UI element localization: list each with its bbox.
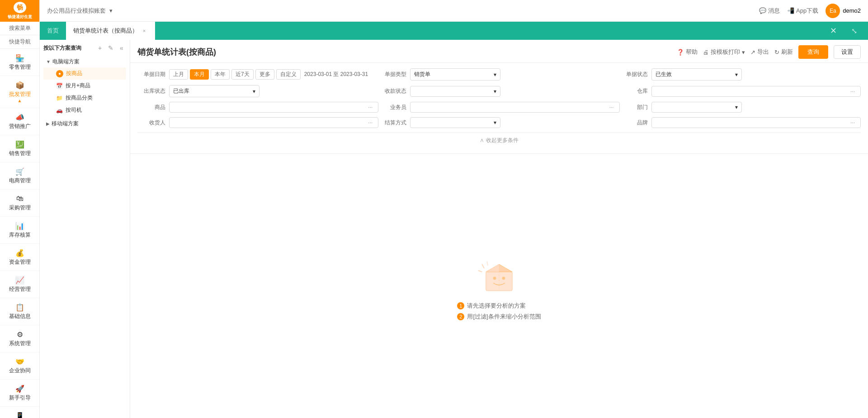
tree-child-by-category[interactable]: 📁 按商品分类 xyxy=(43,92,126,104)
header-dropdown-icon[interactable]: ▾ xyxy=(109,7,113,14)
message-button[interactable]: 💬 消息 xyxy=(759,7,780,15)
staff-input[interactable]: ··· xyxy=(410,102,619,113)
header-breadcrumb: 办公用品行业模拟账套 xyxy=(47,7,106,15)
sidebar-item-label: 企业协同 xyxy=(9,367,31,375)
doc-type-control: 销货单 ▾ xyxy=(410,68,619,81)
sidebar-item-basic[interactable]: 📋 基础信息 xyxy=(0,298,39,325)
filter-area: 单据日期 上月 本月 本年 近7天 更多 自定义 2023-03-01 至 20… xyxy=(130,63,868,154)
receiver-input[interactable]: ··· xyxy=(169,117,378,128)
staff-control: ··· xyxy=(410,102,619,113)
message-icon: 💬 xyxy=(759,7,766,14)
tree-child-by-month-product[interactable]: 📅 按月+商品 xyxy=(43,80,126,92)
tree-child-by-product[interactable]: ● 按商品 xyxy=(43,67,126,80)
tab-close-all-button[interactable]: ✕ xyxy=(825,26,842,36)
help-button[interactable]: ❓ 帮助 xyxy=(677,48,698,56)
tree-arrow-icon: ▼ xyxy=(46,59,51,64)
sidebar-item-purchase[interactable]: 🛍 采购管理 xyxy=(0,190,39,217)
warehouse-dots-button[interactable]: ··· xyxy=(849,88,857,95)
receipt-status-select[interactable]: ▾ xyxy=(410,86,500,97)
doc-status-dropdown-icon: ▾ xyxy=(735,71,738,78)
sidebar-item-marketing[interactable]: 📣 营销推广 xyxy=(0,108,39,135)
by-month-icon: 📅 xyxy=(56,83,63,89)
finance-icon: 💰 xyxy=(15,248,24,257)
sidebar-item-enterprise[interactable]: 🤝 企业协同 xyxy=(0,352,39,380)
filter-row-4: 收货人 ··· 结算方式 ▾ 品牌 xyxy=(137,117,861,128)
sidebar-item-label: 库存核算 xyxy=(9,231,31,239)
tree-desktop-parent[interactable]: ▼ 电脑端方案 xyxy=(43,56,126,67)
sidebar-item-newbie[interactable]: 🚀 新手引导 xyxy=(0,380,39,407)
sidebar-item-finance[interactable]: 💰 资金管理 xyxy=(0,244,39,271)
purchase-icon: 🛍 xyxy=(15,194,24,203)
date-btn-last-month[interactable]: 上月 xyxy=(169,69,188,80)
receipt-status-control: ▾ xyxy=(410,86,619,97)
refresh-icon: ↻ xyxy=(774,49,779,56)
settings-button[interactable]: 设置 xyxy=(834,45,861,59)
receiver-control: ··· xyxy=(169,117,378,128)
print-icon: 🖨 xyxy=(703,49,709,56)
product-dots-button[interactable]: ··· xyxy=(366,104,374,110)
tab-close-button[interactable]: × xyxy=(141,27,148,34)
panel-header: 按以下方案查询 + ✎ « xyxy=(43,43,126,52)
tree-mobile-label: 移动端方案 xyxy=(52,120,79,128)
date-btn-more[interactable]: 更多 xyxy=(255,69,274,80)
marketing-icon: 📣 xyxy=(15,113,24,122)
doc-status-select[interactable]: 已生效 ▾ xyxy=(651,68,742,81)
print-button[interactable]: 🖨 按模板打印 ▾ xyxy=(703,48,745,56)
query-button[interactable]: 查询 xyxy=(798,45,828,59)
sidebar-item-label: 系统管理 xyxy=(9,340,31,347)
date-btn-this-year[interactable]: 本年 xyxy=(211,69,230,80)
tree-child-label: 按月+商品 xyxy=(66,82,90,90)
ecommerce-icon: 🛒 xyxy=(15,167,24,176)
payment-dropdown-icon: ▾ xyxy=(494,119,496,126)
out-status-dropdown-icon: ▾ xyxy=(253,88,255,95)
dept-label: 部门 xyxy=(620,104,651,111)
panel-edit-button[interactable]: ✎ xyxy=(106,43,115,52)
user-menu[interactable]: Ea demo2 xyxy=(826,4,861,18)
refresh-button[interactable]: ↻ 刷新 xyxy=(774,48,793,56)
dept-select[interactable]: ▾ xyxy=(651,102,742,113)
payment-select[interactable]: ▾ xyxy=(410,117,500,128)
tree-child-label: 按商品分类 xyxy=(66,94,93,102)
doc-type-select[interactable]: 销货单 ▾ xyxy=(410,68,500,81)
brand-dots-button[interactable]: ··· xyxy=(849,119,857,126)
by-category-icon: 📁 xyxy=(56,95,63,101)
receiver-dots-button[interactable]: ··· xyxy=(366,119,374,126)
tree-child-by-cashier[interactable]: 🚗 按司机 xyxy=(43,104,126,116)
date-btn-custom[interactable]: 自定义 xyxy=(276,69,301,80)
tip-num-2: 2 xyxy=(457,313,464,320)
sidebar-search[interactable]: 搜索菜单 xyxy=(0,22,39,35)
sidebar-item-inventory[interactable]: 📊 库存核算 xyxy=(0,217,39,244)
staff-dots-button[interactable]: ··· xyxy=(608,104,616,110)
app-download-button[interactable]: 📲 App下载 xyxy=(787,7,818,15)
sidebar-item-label: 基础信息 xyxy=(9,313,31,320)
export-button[interactable]: ↗ 导出 xyxy=(750,48,769,56)
panel-add-button[interactable]: + xyxy=(95,43,104,52)
sidebar-item-ecommerce[interactable]: 🛒 电商管理 xyxy=(0,162,39,190)
date-btn-7days[interactable]: 近7天 xyxy=(231,69,254,80)
sidebar-item-operation[interactable]: 📈 经营管理 xyxy=(0,271,39,298)
warehouse-input[interactable]: ··· xyxy=(651,86,861,97)
sidebar-item-appstore[interactable]: 📱 应用中心 xyxy=(0,407,39,418)
tree-child-label: 按商品 xyxy=(66,70,82,77)
svg-line-6 xyxy=(482,264,484,268)
system-icon: ⚙ xyxy=(15,330,24,339)
sidebar-item-wholesale[interactable]: 📦 批发管理 ▲ xyxy=(0,76,39,108)
date-control: 上月 本月 本年 近7天 更多 自定义 2023-03-01 至 2023-03… xyxy=(169,69,378,80)
collapse-filters-button[interactable]: ∧ 收起更多条件 xyxy=(137,133,861,148)
out-status-select[interactable]: 已出库 ▾ xyxy=(169,85,259,97)
tree-mobile-parent[interactable]: ▶ 移动端方案 xyxy=(43,118,126,129)
tab-home[interactable]: 首页 xyxy=(40,22,66,40)
product-control: ··· xyxy=(169,102,378,113)
product-input[interactable]: ··· xyxy=(169,102,378,113)
sidebar-item-system[interactable]: ⚙ 系统管理 xyxy=(0,325,39,352)
date-btn-this-month[interactable]: 本月 xyxy=(190,69,209,80)
tab-sales-stat[interactable]: 销货单统计表（按商品） × xyxy=(66,22,155,40)
sidebar-item-retail[interactable]: 🏪 零售管理 xyxy=(0,49,39,76)
tab-home-label: 首页 xyxy=(47,27,59,35)
print-dropdown-icon: ▾ xyxy=(742,49,745,56)
brand-input[interactable]: ··· xyxy=(651,117,861,128)
sidebar-quick-nav[interactable]: 快捷导航 xyxy=(0,35,39,49)
tab-maximize-button[interactable]: ⤡ xyxy=(846,27,863,35)
sidebar-item-sales[interactable]: 💹 销售管理 xyxy=(0,135,39,162)
panel-collapse-button[interactable]: « xyxy=(117,43,126,52)
